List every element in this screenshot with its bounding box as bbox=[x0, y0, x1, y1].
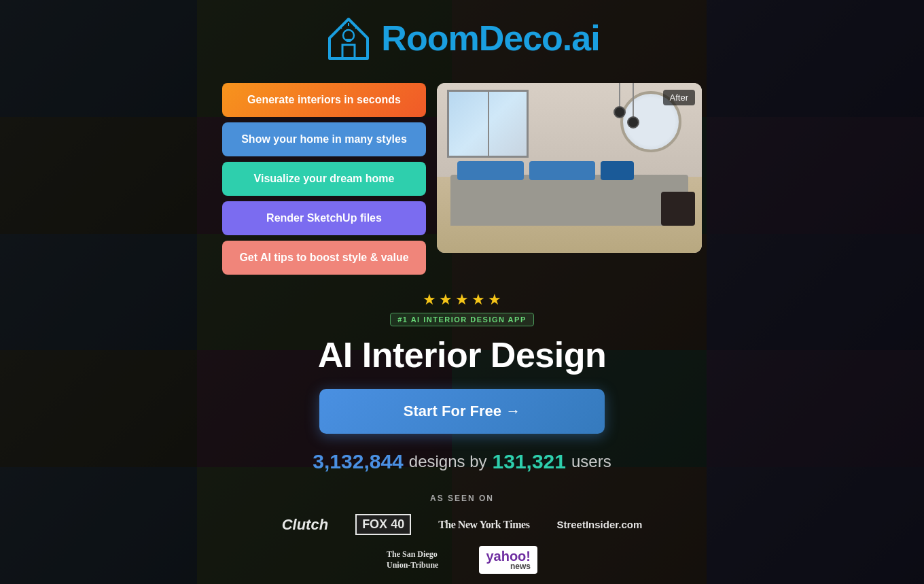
star-4: ★ bbox=[472, 291, 485, 309]
users-count: 131,321 bbox=[493, 450, 566, 473]
pillow-1 bbox=[457, 161, 524, 180]
users-label: users bbox=[571, 452, 611, 471]
main-content: RoomDeco.ai Generate interiors in second… bbox=[0, 0, 924, 574]
mid-section: Generate interiors in seconds Show your … bbox=[222, 83, 702, 275]
logo-yahoo-container: yahoo! news bbox=[479, 546, 537, 574]
pillow-3 bbox=[601, 161, 634, 180]
star-3: ★ bbox=[455, 291, 469, 309]
logo-nyt: The New York Times bbox=[438, 519, 529, 531]
designs-label: designs by bbox=[409, 452, 487, 471]
main-title: AI Interior Design bbox=[318, 334, 606, 375]
room-window bbox=[447, 90, 529, 158]
after-badge: After bbox=[663, 90, 695, 105]
logo-sandiego: The San DiegoUnion-Tribune bbox=[387, 549, 438, 570]
cta-button[interactable]: Start For Free → bbox=[319, 389, 605, 434]
pillow-2 bbox=[529, 161, 596, 180]
room-bed bbox=[450, 175, 688, 226]
room-light-2 bbox=[633, 83, 634, 120]
btn-render-sketchup[interactable]: Render SketchUp files bbox=[222, 201, 426, 235]
room-light-bulb-2 bbox=[627, 116, 639, 128]
star-2: ★ bbox=[439, 291, 452, 309]
room-light-1 bbox=[619, 83, 620, 110]
stats-row: 3,132,844 designs by 131,321 users bbox=[313, 450, 611, 473]
room-nightstand bbox=[661, 192, 695, 226]
logo-clutch: Clutch bbox=[282, 516, 328, 534]
room-bed-pillows bbox=[457, 161, 634, 180]
logo-text: RoomDeco.ai bbox=[381, 18, 599, 58]
room-scene bbox=[437, 83, 702, 253]
logos-row-2: The San DiegoUnion-Tribune yahoo! news bbox=[387, 546, 537, 574]
as-seen-section: AS SEEN ON Clutch FOX 40 The New York Ti… bbox=[282, 494, 643, 574]
logos-row-1: Clutch FOX 40 The New York Times StreetI… bbox=[282, 514, 643, 535]
svg-rect-0 bbox=[342, 45, 355, 58]
btn-visualize-dream[interactable]: Visualize your dream home bbox=[222, 162, 426, 196]
feature-buttons: Generate interiors in seconds Show your … bbox=[222, 83, 426, 275]
star-5: ★ bbox=[488, 291, 501, 309]
rating-section: ★ ★ ★ ★ ★ #1 AI INTERIOR DESIGN APP bbox=[390, 291, 534, 326]
rating-badge: #1 AI INTERIOR DESIGN APP bbox=[390, 313, 534, 326]
stars: ★ ★ ★ ★ ★ bbox=[423, 291, 501, 309]
btn-generate-interiors[interactable]: Generate interiors in seconds bbox=[222, 83, 426, 117]
designs-count: 3,132,844 bbox=[313, 450, 403, 473]
logo-fox: FOX 40 bbox=[355, 514, 411, 535]
logo-icon bbox=[324, 14, 373, 63]
star-1: ★ bbox=[423, 291, 436, 309]
room-light-bulb-1 bbox=[614, 106, 626, 118]
logo-sandiego-container: The San DiegoUnion-Tribune bbox=[387, 549, 438, 570]
room-image-container: After bbox=[437, 83, 702, 253]
btn-ai-tips[interactable]: Get AI tips to boost style & value bbox=[222, 241, 426, 275]
as-seen-label: AS SEEN ON bbox=[430, 494, 494, 503]
header: RoomDeco.ai bbox=[324, 14, 599, 63]
btn-show-home-styles[interactable]: Show your home in many styles bbox=[222, 122, 426, 156]
logo-street-insider: StreetInsider.com bbox=[556, 519, 642, 530]
